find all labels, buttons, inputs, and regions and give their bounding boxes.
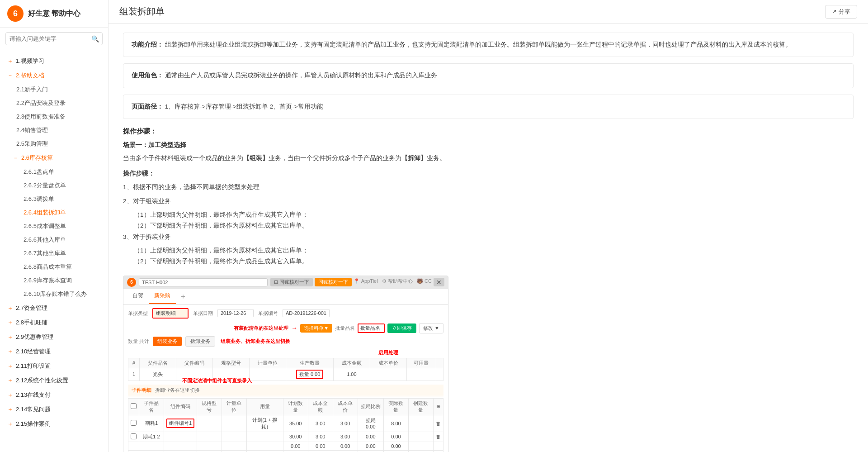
sidebar-header: 6 好生意 帮助中心 — [0, 0, 108, 28]
ss-form-row1: 单据类型 组装明细 单据日期 2019-12-26 单据编号 AD-201912… — [128, 308, 443, 333]
ss-lower-th-plan-qty: 计划数量 — [283, 398, 308, 415]
search-button[interactable]: 🔍 — [91, 35, 99, 43]
ss-tab-home[interactable]: 自贺 — [127, 289, 149, 304]
ss-lower-th-unitcost: 成本单价 — [333, 398, 358, 415]
sidebar-item-install[interactable]: 2.2产品安装及登录 — [0, 96, 108, 110]
sidebar-item-partial-stock[interactable]: 2.6.2分量盘点单 — [0, 179, 108, 192]
steps-title: 操作步骤： — [123, 127, 854, 136]
ss-upper-td-avail — [406, 368, 436, 381]
sidebar-item-help-docs[interactable]: － 2.帮助文档 — [0, 68, 108, 83]
plus-icon-mgmt: ＋ — [7, 347, 13, 356]
sidebar-item-customize[interactable]: ＋ 2.12系统个性化设置 — [0, 373, 108, 388]
sidebar-item-purchase[interactable]: 2.5采购管理 — [0, 137, 108, 151]
ss-addr-bar: TEST-H002 — [139, 278, 268, 286]
ss-date-label: 单据日期 — [193, 310, 213, 317]
ss-upper-th-name: 父件品名 — [140, 358, 176, 368]
ss-doc-type-value: 组装明细 — [152, 308, 189, 319]
ss-lower-table-area: 子件品名 组件编码 规格型号 计量单位 用量 计划数量 成本金额 成本单价 损耗… — [128, 398, 443, 452]
ss-lower-th-unit: 计量单位 — [222, 398, 246, 415]
sidebar-item-cost-adjust[interactable]: 2.6.5成本调整单 — [0, 219, 108, 233]
page-title: 组装拆卸单 — [119, 5, 165, 18]
ss-section-title: 子件明细 — [132, 387, 151, 394]
step2-2: （2）下部明细为子件明细，最终作为原材料生成其它出库单。 — [123, 220, 854, 231]
sidebar-item-cases[interactable]: ＋ 2.15操作案例 — [0, 417, 108, 431]
intro-text-3: 1、库存核算->库存管理->组装拆卸单 2、首页->常用功能 — [165, 103, 323, 110]
sidebar-item-finance[interactable]: ＋ 2.7资金管理 — [0, 301, 108, 315]
ss-batch-annotation-row: 启用处理 — [128, 349, 443, 356]
table-row: 0.000.000.000.000.00 — [128, 450, 443, 452]
minus-icon: － — [7, 71, 13, 80]
sidebar-item-mgmt[interactable]: ＋ 2.10经营管理 — [0, 344, 108, 359]
ss-upper-th-unitcost: 成本单价 — [370, 358, 406, 368]
sidebar-item-inventory[interactable]: － 2.6库存核算 — [0, 151, 108, 165]
sidebar-item-stocktake[interactable]: 2.6.1盘点单 — [0, 165, 108, 179]
intro-label-2: 使用角色： — [132, 72, 163, 79]
ss-bom-btn[interactable]: 选择料单▼ — [300, 324, 332, 333]
sidebar-item-other-in[interactable]: 2.6.6其他入库单 — [0, 233, 108, 247]
sidebar-item-sales[interactable]: 2.4销售管理 — [0, 124, 108, 137]
ss-lower-th-create: 创建数量 — [408, 398, 433, 415]
ss-lower-th-op: ⊕ — [433, 398, 443, 415]
sidebar-item-payment[interactable]: ＋ 2.13在线支付 — [0, 388, 108, 402]
sidebar-item-inv-book[interactable]: 2.6.9库存账本查询 — [0, 274, 108, 287]
ss-lower-th-spec: 规格型号 — [197, 398, 222, 415]
ss-btn-orange[interactable]: 同账核对一下 — [315, 278, 352, 286]
ss-select-all[interactable] — [131, 403, 137, 409]
ss-upper-th-num: # — [128, 358, 140, 368]
plus-icon-payment: ＋ — [7, 391, 13, 399]
ss-upper-th-unit: 计量单位 — [250, 358, 286, 368]
ss-doc-type-label: 单据类型 — [128, 310, 148, 317]
ss-batch-input[interactable]: 批量品名 — [358, 324, 385, 333]
screenshot-topbar: 6 TEST-H002 ⊞ 同账核对一下 同账核对一下 📍 AppTiel ⚙ … — [123, 276, 448, 289]
sidebar-item-new-user[interactable]: 2.1新手入门 — [0, 83, 108, 96]
sidebar-item-data-prep[interactable]: 2.3使用前数据准备 — [0, 110, 108, 124]
ss-upper-th-cost: 成本金额 — [333, 358, 370, 368]
sidebar-item-assembly[interactable]: 2.6.4组装拆卸单 — [0, 206, 108, 219]
ss-tab-purchase[interactable]: 新采购 — [149, 289, 176, 304]
ss-btn-checklist: ⊞ 同账核对一下 — [270, 278, 313, 286]
table-row: 期耗1 组件编号1 计划(1 + 损耗) 35.00 3.00 3.00 损耗 … — [128, 415, 443, 432]
step2: 2、对于组装业务 — [123, 196, 854, 207]
ss-save-btn[interactable]: 立即保存 — [387, 324, 416, 333]
ss-logo: 6 — [127, 278, 136, 287]
ss-row-check-1[interactable] — [131, 420, 137, 426]
ss-modify-btn[interactable]: 修改 ▼ — [419, 323, 443, 333]
sidebar-item-mobile[interactable]: ＋ 2.8手机旺铺 — [0, 315, 108, 330]
ss-upper-td-cost: 1.00 — [333, 368, 370, 381]
ss-batch-label: 批量品名 — [335, 325, 355, 332]
plus-icon-cases: ＋ — [7, 420, 13, 428]
ss-upper-td-op — [436, 368, 443, 381]
sidebar-item-other-out[interactable]: 2.6.7其他出库单 — [0, 247, 108, 260]
sidebar-item-faq[interactable]: ＋ 2.14常见问题 — [0, 402, 108, 417]
ss-lower-th-actual: 实际数量 — [384, 398, 409, 415]
table-row: 0.000.000.000.000.00 — [128, 442, 443, 450]
ss-lower-table: 子件品名 组件编码 规格型号 计量单位 用量 计划数量 成本金额 成本单价 损耗… — [128, 398, 443, 452]
ss-row-check-2[interactable] — [131, 433, 137, 439]
plus-icon-mobile: ＋ — [7, 319, 13, 327]
content-area: 功能介绍： 组装拆卸单用来处理企业组装或拆卸等加工业务，支持有固定装配清单的产品… — [108, 24, 868, 452]
share-button[interactable]: ↗ 分享 — [825, 5, 857, 19]
ss-upper-th-avail: 可用量 — [406, 358, 436, 368]
ss-topbar-icons: 📍 AppTiel ⚙ 帮助帮中心 🐻 CC — [354, 278, 432, 286]
step1: 1、根据不同的业务，选择不同单据的类型来处理 — [123, 182, 854, 193]
step3-1: （1）上部明细为父件明细，最终作为原材料生成其它出库单； — [123, 245, 854, 256]
ss-tab-add[interactable]: ＋ — [176, 289, 190, 304]
sidebar-item-print[interactable]: ＋ 2.11打印设置 — [0, 359, 108, 373]
sidebar-item-videos[interactable]: ＋ 1.视频学习 — [0, 54, 108, 68]
steps-subtitle: 操作步骤： — [123, 168, 854, 179]
sidebar-item-coupon[interactable]: ＋ 2.9优惠券管理 — [0, 330, 108, 344]
sidebar-item-transfer[interactable]: 2.6.3调拨单 — [0, 192, 108, 206]
search-box: 🔍 — [0, 28, 108, 50]
sidebar-item-inv-book-err[interactable]: 2.6.10库存账本错了么办 — [0, 287, 108, 301]
share-label: 分享 — [839, 8, 850, 16]
ss-disassemble-btn[interactable]: 拆卸业务 — [185, 336, 215, 347]
plus-icon-coupon: ＋ — [7, 333, 13, 341]
ss-close-btn[interactable]: ✕ — [434, 278, 444, 286]
ss-assemble-btn[interactable]: 组装业务 — [153, 337, 182, 346]
plus-icon-finance: ＋ — [7, 304, 13, 312]
sidebar-item-cost-recalc[interactable]: 2.6.8商品成本重算 — [0, 260, 108, 274]
ss-upper-td-name: 光头 — [140, 368, 176, 381]
search-input[interactable] — [5, 32, 103, 45]
intro-label-1: 功能介绍： — [132, 41, 163, 48]
plus-icon-print: ＋ — [7, 362, 13, 370]
